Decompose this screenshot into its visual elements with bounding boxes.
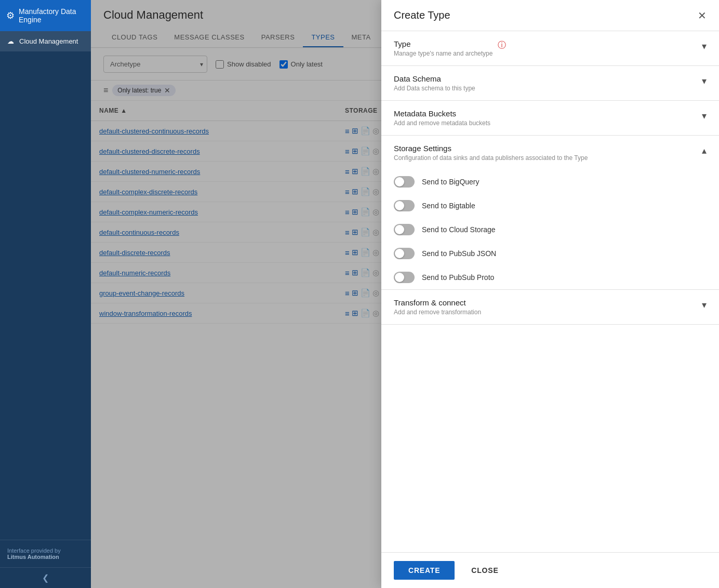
toggle-pubsub-json-knob xyxy=(395,249,404,258)
close-button[interactable]: CLOSE xyxy=(461,561,509,580)
sidebar-header: ⚙ Manufactory Data Engine xyxy=(0,0,91,31)
toggle-pubsub-proto[interactable] xyxy=(394,272,415,283)
accordion-header-left-storage-settings: Storage Settings Configuration of data s… xyxy=(394,144,588,162)
toggle-cloud-storage-label: Send to Cloud Storage xyxy=(422,225,496,234)
accordion-section-metadata-buckets: Metadata Buckets Add and remove metadata… xyxy=(381,101,719,136)
footer-text: Interface provided by xyxy=(7,547,61,554)
toggle-row-bigquery: Send to BigQuery xyxy=(381,170,719,194)
panel-title: Create Type xyxy=(394,9,450,21)
accordion-title-type: Type xyxy=(394,39,492,48)
toggle-bigquery-label: Send to BigQuery xyxy=(422,178,480,186)
toggle-cloud-storage-knob xyxy=(395,225,404,234)
accordion-header-left-transform-connect: Transform & connect Add and remove trans… xyxy=(394,298,481,316)
toggle-pubsub-json-label: Send to PubSub JSON xyxy=(422,249,496,258)
accordion-header-data-schema[interactable]: Data Schema Add Data schema to this type… xyxy=(381,66,719,100)
main-content: Cloud Management CLOUD TAGS MESSAGE CLAS… xyxy=(91,0,719,588)
app-title: Manufactory Data Engine xyxy=(19,7,85,24)
app-logo-icon: ⚙ xyxy=(6,10,15,21)
sidebar-item-label: Cloud Management xyxy=(19,37,78,45)
sidebar-footer: Interface provided by Litmus Automation xyxy=(0,540,91,567)
toggle-pubsub-json[interactable] xyxy=(394,248,415,259)
create-button[interactable]: CREATE xyxy=(394,561,455,580)
sidebar-collapse-button[interactable]: ❮ xyxy=(0,567,91,588)
accordion-title-storage-settings: Storage Settings xyxy=(394,144,588,153)
type-error-icon: ⓘ xyxy=(498,40,506,51)
accordion-header-storage-settings[interactable]: Storage Settings Configuration of data s… xyxy=(381,136,719,170)
toggle-row-cloud-storage: Send to Cloud Storage xyxy=(381,218,719,242)
accordion-header-transform-connect[interactable]: Transform & connect Add and remove trans… xyxy=(381,290,719,324)
toggle-bigtable[interactable] xyxy=(394,200,415,211)
sidebar-item-cloud-management[interactable]: ☁ Cloud Management xyxy=(0,31,91,51)
accordion-subtitle-type: Manage type's name and archetype xyxy=(394,50,492,57)
accordion-title-transform-connect: Transform & connect xyxy=(394,298,481,307)
toggle-bigtable-knob xyxy=(395,201,404,210)
accordion-section-storage-settings: Storage Settings Configuration of data s… xyxy=(381,136,719,290)
toggle-row-bigtable: Send to Bigtable xyxy=(381,194,719,218)
create-type-panel: Create Type ✕ Type Manage type's name an… xyxy=(381,0,719,588)
type-chevron-icon: ▾ xyxy=(702,41,707,52)
storage-settings-chevron-icon: ▴ xyxy=(702,145,707,156)
accordion-subtitle-metadata-buckets: Add and remove metadata buckets xyxy=(394,119,490,127)
toggle-row-pubsub-proto: Send to PubSub Proto xyxy=(381,265,719,289)
sidebar: ⚙ Manufactory Data Engine ☁ Cloud Manage… xyxy=(0,0,91,588)
accordion-title-data-schema: Data Schema xyxy=(394,74,475,83)
footer-brand: Litmus Automation xyxy=(7,554,84,560)
collapse-icon: ❮ xyxy=(42,573,49,583)
toggle-bigtable-label: Send to Bigtable xyxy=(422,202,475,210)
accordion-header-type[interactable]: Type Manage type's name and archetype ⓘ … xyxy=(381,31,719,65)
toggle-pubsub-proto-knob xyxy=(395,273,404,282)
accordion-header-left-metadata-buckets: Metadata Buckets Add and remove metadata… xyxy=(394,109,490,127)
accordion-header-metadata-buckets[interactable]: Metadata Buckets Add and remove metadata… xyxy=(381,101,719,135)
toggle-pubsub-proto-label: Send to PubSub Proto xyxy=(422,273,494,282)
accordion-header-left-data-schema: Data Schema Add Data schema to this type xyxy=(394,74,475,92)
accordion-section-transform-connect: Transform & connect Add and remove trans… xyxy=(381,290,719,325)
toggle-bigquery-knob xyxy=(395,177,404,186)
panel-footer: CREATE CLOSE xyxy=(381,552,719,588)
cloud-icon: ☁ xyxy=(7,37,14,45)
panel-header: Create Type ✕ xyxy=(381,0,719,31)
transform-connect-chevron-icon: ▾ xyxy=(702,299,707,311)
toggle-row-pubsub-json: Send to PubSub JSON xyxy=(381,242,719,265)
accordion-header-left-type: Type Manage type's name and archetype ⓘ xyxy=(394,39,506,57)
panel-close-button[interactable]: ✕ xyxy=(698,10,707,21)
accordion-subtitle-data-schema: Add Data schema to this type xyxy=(394,85,475,92)
data-schema-chevron-icon: ▾ xyxy=(702,75,707,87)
accordion-section-type: Type Manage type's name and archetype ⓘ … xyxy=(381,31,719,66)
toggle-bigquery[interactable] xyxy=(394,176,415,188)
accordion-subtitle-storage-settings: Configuration of data sinks and data pub… xyxy=(394,154,588,162)
toggle-cloud-storage[interactable] xyxy=(394,224,415,235)
accordion: Type Manage type's name and archetype ⓘ … xyxy=(381,31,719,552)
accordion-subtitle-transform-connect: Add and remove transformation xyxy=(394,309,481,316)
accordion-section-data-schema: Data Schema Add Data schema to this type… xyxy=(381,66,719,101)
accordion-title-metadata-buckets: Metadata Buckets xyxy=(394,109,490,118)
metadata-buckets-chevron-icon: ▾ xyxy=(702,110,707,122)
